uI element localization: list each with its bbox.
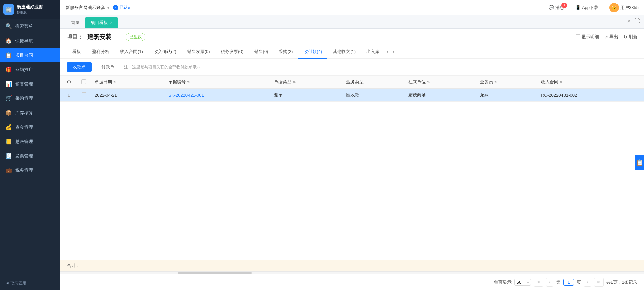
th-number[interactable]: 单据编号⇅ — [164, 76, 270, 89]
scroll-indicator[interactable] — [60, 271, 644, 274]
show-detail-toggle[interactable]: 显示明细 — [576, 34, 599, 40]
sub-tab-income-contract[interactable]: 收入合同(1) — [115, 45, 148, 59]
pagination-prev-btn[interactable]: ‹ — [546, 278, 553, 287]
cell-date: 2022-04-21 — [91, 89, 164, 102]
sidebar-item-invoice[interactable]: 🧾 发票管理 — [0, 149, 60, 163]
th-salesperson[interactable]: 业务员⇅ — [476, 76, 537, 89]
total-label: 合计： — [67, 263, 80, 268]
sub-tab-tax-invoice[interactable]: 税务发票(0) — [215, 45, 249, 59]
sidebar-item-ledger[interactable]: 📒 总账管理 — [0, 134, 60, 149]
sidebar-icon-purchase: 🛒 — [5, 95, 12, 101]
per-page-select[interactable]: 50 10 20 100 — [514, 279, 531, 286]
sidebar-icon-capital: 💰 — [5, 124, 12, 130]
sidebar: 🏢 畅捷通好业财 标准版 🔍 搜索菜单 🏠 快捷导航 📋 项目合同 🎁 营销推广… — [0, 0, 60, 290]
refresh-label: 刷新 — [629, 34, 637, 40]
sub-tabs-next-btn[interactable]: › — [390, 47, 396, 56]
sidebar-item-marketing[interactable]: 🎁 营销推广 — [0, 62, 60, 77]
scroll-thumb[interactable] — [178, 272, 252, 274]
sidebar-icon-ledger: 📒 — [5, 138, 12, 145]
receipt-toggle-btn[interactable]: 收款单 — [67, 62, 92, 72]
messages-button[interactable]: 💬 消息 1 — [549, 5, 564, 11]
sidebar-label-capital: 资金管理 — [15, 124, 33, 130]
user-menu[interactable]: 🐱 用户3355 — [609, 3, 639, 12]
sub-tabs-prev-btn[interactable]: ‹ — [385, 47, 390, 56]
sidebar-label-marketing: 营销推广 — [15, 67, 33, 73]
sub-tab-bar: 看板 盈利分析 收入合同(1) 收入确认(2) 销售发票(0) 税务发票(0) … — [60, 45, 644, 59]
cell-salesperson: 龙妹 — [476, 89, 537, 102]
sidebar-label-sales: 销售管理 — [15, 81, 33, 87]
sort-date-icon: ⇅ — [113, 80, 116, 84]
sub-tab-payment[interactable]: 收付款(4) — [298, 45, 327, 59]
sort-salesperson-icon: ⇅ — [494, 80, 497, 84]
page-label: 第 — [556, 279, 560, 285]
th-biz-type: 业务类型 — [342, 76, 404, 89]
sidebar-item-inventory[interactable]: 📦 库存核算 — [0, 105, 60, 120]
th-income-contract[interactable]: 收入合同⇅ — [537, 76, 644, 89]
refresh-button[interactable]: ↻ 刷新 — [624, 34, 637, 40]
payment-toggle-btn[interactable]: 付款单 — [96, 62, 120, 72]
export-button[interactable]: ↗ 导出 — [604, 34, 618, 40]
sub-tab-kanban[interactable]: 看板 — [67, 45, 87, 59]
sub-tab-sales[interactable]: 销售(0) — [249, 45, 274, 59]
table-row[interactable]: 1 2022-04-21 SK-20220421-001 蓝单 应收款 宏茂商场… — [60, 89, 644, 102]
show-detail-checkbox[interactable] — [576, 34, 580, 39]
sidebar-icon-marketing: 🎁 — [5, 66, 12, 73]
tab-home[interactable]: 首页 — [66, 17, 85, 28]
gear-icon[interactable]: ⚙ — [67, 79, 71, 85]
export-icon: ↗ — [604, 34, 608, 40]
sidebar-icon-inventory: 📦 — [5, 110, 12, 116]
sidebar-icon-project-contract: 📋 — [5, 52, 12, 58]
window-close-button[interactable]: × — [626, 17, 632, 26]
sub-tab-other-expense[interactable]: 其他收支(1) — [327, 45, 361, 59]
sidebar-item-capital[interactable]: 💰 资金管理 — [0, 120, 60, 134]
sidebar-item-project-contract[interactable]: 📋 项目合同 — [0, 48, 60, 62]
th-checkbox[interactable] — [77, 76, 91, 89]
account-dropdown-icon: ▼ — [106, 5, 110, 10]
sort-type-icon: ⇅ — [293, 80, 296, 84]
sidebar-unpin-button[interactable]: ◄ 取消固定 — [0, 276, 60, 290]
sidebar-item-purchase[interactable]: 🛒 采购管理 — [0, 91, 60, 105]
user-avatar: 🐱 — [609, 3, 619, 12]
cell-biz-type: 应收款 — [342, 89, 404, 102]
cell-number[interactable]: SK-20220421-001 — [164, 89, 270, 102]
floating-side-button[interactable]: 📋 — [635, 155, 644, 170]
sidebar-item-shortcut[interactable]: 🏠 快捷导航 — [0, 33, 60, 48]
tab-close-icon[interactable]: × — [110, 20, 112, 25]
tab-project-board[interactable]: 项目看板 × — [85, 17, 118, 28]
export-label: 导出 — [609, 34, 618, 40]
th-date[interactable]: 单据日期⇅ — [91, 76, 164, 89]
pagination-last-btn[interactable]: ⊳ — [594, 278, 604, 287]
sidebar-label-inventory: 库存核算 — [15, 110, 33, 116]
cell-type: 蓝单 — [270, 89, 342, 102]
current-page: 1 — [563, 279, 574, 286]
sub-tab-inout[interactable]: 出入库 — [361, 45, 385, 59]
sort-contract-icon: ⇅ — [560, 80, 562, 84]
pagination-next-btn[interactable]: › — [584, 278, 591, 287]
sidebar-item-tax[interactable]: 💼 税务管理 — [0, 163, 60, 177]
th-type[interactable]: 单据类型⇅ — [270, 76, 342, 89]
cell-checkbox[interactable] — [77, 89, 91, 102]
sidebar-item-sales[interactable]: 📊 销售管理 — [0, 77, 60, 91]
tab-home-label: 首页 — [71, 20, 80, 26]
project-status-badge: 已生效 — [126, 33, 145, 41]
select-all-checkbox[interactable] — [81, 79, 86, 84]
sidebar-version: 标准版 — [17, 10, 43, 15]
account-selector[interactable]: 新服务官网演示账套 ▼ — [66, 5, 110, 11]
window-maximize-button[interactable]: ⛶ — [633, 17, 641, 25]
th-gear[interactable]: ⚙ — [60, 76, 77, 89]
toggle-note: 注：这里是与项目关联的全部收付款单哦～ — [124, 64, 201, 70]
tab-project-board-label: 项目看板 — [91, 20, 108, 26]
sidebar-item-search[interactable]: 🔍 搜索菜单 — [0, 19, 60, 33]
pagination-first-btn[interactable]: ⊲ — [534, 278, 543, 287]
th-partner[interactable]: 往来单位⇅ — [404, 76, 476, 89]
sub-tab-sales-invoice[interactable]: 销售发票(0) — [182, 45, 215, 59]
sort-number-icon: ⇅ — [187, 80, 190, 84]
sub-tab-income-confirm[interactable]: 收入确认(2) — [148, 45, 182, 59]
sub-tab-profit[interactable]: 盈利分析 — [87, 45, 115, 59]
project-more-button[interactable]: ··· — [115, 34, 122, 40]
table-wrapper: ⚙ 单据日期⇅ 单据编号⇅ 单 — [60, 76, 644, 260]
sidebar-label-shortcut: 快捷导航 — [15, 38, 33, 44]
app-download-button[interactable]: 📱 App下载 — [575, 5, 598, 11]
data-table: ⚙ 单据日期⇅ 单据编号⇅ 单 — [60, 76, 644, 102]
sub-tab-purchase[interactable]: 采购(2) — [273, 45, 298, 59]
